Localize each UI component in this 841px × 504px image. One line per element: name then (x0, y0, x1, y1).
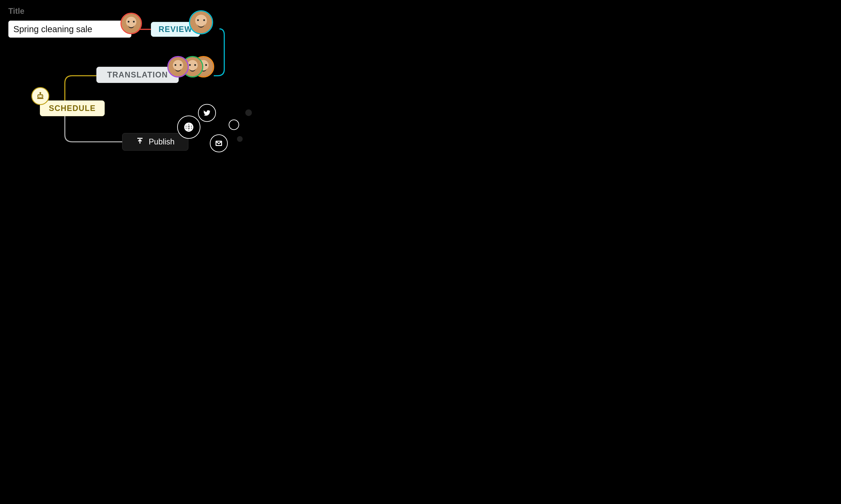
translation-node[interactable]: TRANSLATION (97, 67, 179, 83)
reviewer-avatar (189, 10, 213, 34)
twitter-icon[interactable] (198, 104, 216, 122)
translator-avatar-1 (167, 56, 189, 77)
robot-icon (31, 87, 49, 105)
publish-node[interactable]: Publish (122, 133, 188, 150)
destination-dot-2 (237, 136, 243, 142)
svg-point-4 (40, 93, 41, 93)
svg-point-2 (41, 96, 42, 96)
author-avatar (120, 13, 142, 34)
svg-rect-0 (38, 95, 43, 98)
mail-icon[interactable] (210, 134, 228, 152)
workflow-diagram: Title REVIEW TRANSLATION SCHEDULE Publis… (0, 0, 329, 199)
title-input[interactable] (8, 21, 132, 38)
upload-icon (136, 137, 144, 147)
destination-dot-large (229, 120, 239, 130)
schedule-node[interactable]: SCHEDULE (40, 101, 105, 116)
globe-icon[interactable] (177, 115, 200, 139)
svg-point-1 (39, 96, 40, 96)
title-label: Title (8, 6, 24, 16)
publish-label: Publish (149, 137, 175, 146)
destination-dot-1 (245, 109, 252, 116)
